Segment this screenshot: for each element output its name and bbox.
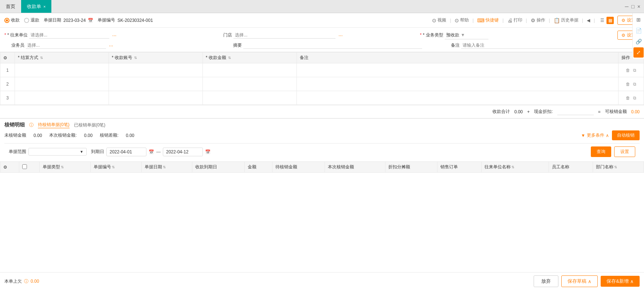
video-btn[interactable]: ⊙ 视频: [432, 17, 446, 23]
layout-list-icon[interactable]: ☰: [598, 17, 606, 24]
receipt-radio[interactable]: 收款: [4, 17, 20, 23]
dept-name-header: 部门名称⇅: [593, 162, 644, 173]
date-to-input[interactable]: [163, 148, 203, 156]
info-icon-footer[interactable]: ⓘ: [24, 278, 28, 285]
counterparty-name-header: 往来单位名称⇅: [482, 162, 549, 173]
layout-grid-icon[interactable]: ▦: [606, 17, 614, 24]
date-from-input[interactable]: [106, 148, 146, 156]
help-icon: ⊙: [455, 17, 459, 23]
sort-counterparty[interactable]: ⇅: [511, 165, 514, 169]
tab-home[interactable]: 首页: [0, 0, 21, 13]
sort-icon-3[interactable]: ⇅: [228, 56, 231, 60]
receipt-account-2[interactable]: [109, 77, 203, 91]
remark-1[interactable]: [297, 63, 619, 77]
window-close-icon[interactable]: ×: [637, 4, 640, 9]
query-btn[interactable]: 查询: [591, 146, 611, 157]
remark-3[interactable]: [297, 91, 619, 105]
verify-section: 核销明细 ⓘ 待核销单据(0笔) 已核销单据(0笔) 未核销金额 0.00 本次…: [0, 119, 644, 161]
plus-sign: +: [527, 109, 530, 114]
delete-icon-1[interactable]: 🗑: [626, 68, 630, 73]
history-btn[interactable]: 📋 历史单据: [554, 17, 578, 23]
settlement-method-2[interactable]: [15, 77, 109, 91]
discount-input[interactable]: [557, 108, 594, 115]
receipt-account-3[interactable]: [109, 91, 203, 105]
copy-icon-1[interactable]: ⧉: [633, 68, 636, 73]
sort-doc-type[interactable]: ⇅: [61, 165, 64, 169]
shortcut-btn[interactable]: ⌨ 快捷键: [477, 17, 499, 23]
settlement-method-3[interactable]: [15, 91, 109, 105]
pending-tab[interactable]: 待核销单据(0笔): [38, 122, 70, 128]
sidebar-link-icon[interactable]: 🔗: [633, 36, 644, 47]
operation-btn[interactable]: ⚙ 操作: [531, 17, 545, 23]
print-icon: 🖨: [507, 17, 513, 23]
copy-icon-2[interactable]: ⧉: [633, 82, 636, 87]
verifiable-value: 0.00: [631, 109, 640, 114]
tab-receipt[interactable]: 收款单 ×: [21, 0, 51, 13]
sort-icon-2[interactable]: ⇅: [134, 56, 137, 60]
date-from-calendar-icon[interactable]: 📅: [149, 149, 154, 154]
store-more-btn[interactable]: ···: [337, 32, 344, 38]
business-type-label: * 业务类型: [420, 32, 443, 38]
remark-input[interactable]: [461, 42, 640, 49]
verify-header: 核销明细 ⓘ 待核销单据(0笔) 已核销单据(0笔): [4, 122, 640, 128]
sort-doc-number[interactable]: ⇅: [112, 165, 115, 169]
auto-verify-btn[interactable]: 自动核销: [612, 130, 640, 140]
sort-icon[interactable]: ⇅: [40, 56, 43, 60]
verified-tab[interactable]: 已核销单据(0笔): [74, 122, 106, 128]
remark-header: 备注: [297, 52, 619, 63]
date-calendar-icon[interactable]: 📅: [88, 18, 93, 23]
sidebar-expand-icon[interactable]: ⤢: [633, 47, 644, 58]
checkbox-col-header: ⚙: [0, 162, 19, 173]
save-new-arrow-icon[interactable]: ∧: [630, 279, 634, 284]
refund-radio[interactable]: 退款: [24, 17, 39, 23]
receipt-amount-1[interactable]: [203, 63, 297, 77]
form-section: * 往来单位 ··· 门店 ··· * 业务类型 预收款 ▼ ⚙ 设置: [0, 28, 644, 52]
remark-2[interactable]: [297, 77, 619, 91]
bottom-table: ⚙ 单据类型⇅ 单据编号⇅ 单据日期⇅ 收款到期日 金额: [0, 161, 644, 173]
table-settings-col[interactable]: ⚙: [0, 52, 15, 63]
receipt-amount-3[interactable]: [203, 91, 297, 105]
table-settings-icon-2[interactable]: ⚙: [3, 165, 7, 170]
date-to-calendar-icon[interactable]: 📅: [205, 149, 211, 154]
save-draft-btn[interactable]: 保存草稿 ∧: [561, 275, 598, 287]
save-draft-arrow-icon[interactable]: ∧: [588, 279, 592, 284]
form-row-1: * 往来单位 ··· 门店 ··· * 业务类型 预收款 ▼ ⚙ 设置: [4, 31, 640, 40]
verify-title: 核销明细: [4, 122, 25, 128]
counterparty-input[interactable]: [29, 32, 109, 39]
range-select[interactable]: ▼: [28, 148, 87, 156]
form-row-2: 业务员 ··· 摘要 备注: [4, 42, 640, 49]
business-type-select[interactable]: 预收款 ▼: [445, 31, 488, 39]
more-conditions-btn[interactable]: ▼ 更多条件 ∧: [581, 132, 609, 138]
save-new-btn[interactable]: 保存&新增 ∧: [601, 276, 640, 287]
window-minimize-icon[interactable]: ─: [625, 4, 628, 9]
delete-icon-2[interactable]: 🗑: [626, 82, 630, 87]
current-amount-header: 本次核销金额: [325, 162, 385, 173]
window-maximize-icon[interactable]: □: [631, 4, 634, 9]
abandon-btn[interactable]: 放弃: [534, 275, 558, 287]
store-input[interactable]: [233, 32, 335, 39]
settlement-method-1[interactable]: [15, 63, 109, 77]
select-all-checkbox[interactable]: [22, 164, 27, 169]
delete-icon-3[interactable]: 🗑: [626, 95, 630, 101]
copy-icon-3[interactable]: ⧉: [633, 95, 636, 101]
tab-close-icon[interactable]: ×: [43, 4, 46, 9]
history-icon: 📋: [554, 17, 560, 23]
table-wrapper: ⚙ * 结算方式 ⇅ * 收款账号 ⇅ * 收款金额 ⇅: [0, 52, 644, 105]
memo-input[interactable]: [243, 42, 422, 49]
sidebar-file-icon[interactable]: 📄: [633, 26, 644, 36]
sort-dept[interactable]: ⇅: [614, 165, 617, 169]
counterparty-more-btn[interactable]: ···: [111, 32, 118, 38]
receipt-refund-radio-group: 收款 退款: [4, 17, 39, 23]
print-btn[interactable]: 🖨 打印: [507, 17, 522, 23]
prev-record-icon[interactable]: ◀: [587, 18, 590, 23]
help-btn[interactable]: ⊙ 帮助: [455, 17, 469, 23]
sidebar-table-icon[interactable]: ⊞: [633, 15, 644, 25]
filter-setup-btn[interactable]: 设置: [614, 146, 635, 157]
salesperson-input[interactable]: [26, 42, 106, 49]
salesperson-more-btn[interactable]: ···: [107, 43, 115, 48]
receipt-amount-2[interactable]: [203, 77, 297, 91]
sort-doc-date[interactable]: ⇅: [163, 165, 166, 169]
info-icon[interactable]: ⓘ: [29, 122, 34, 128]
table-row: 1 🗑 ⧉: [0, 63, 644, 77]
receipt-account-1[interactable]: [109, 63, 203, 77]
